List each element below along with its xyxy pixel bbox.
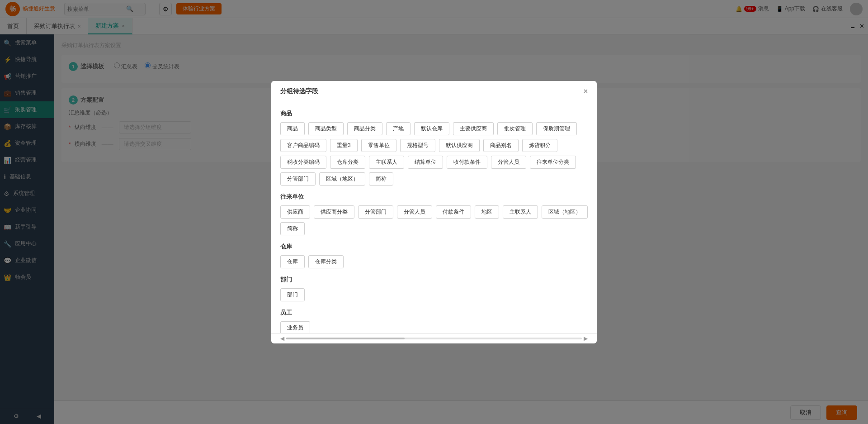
field-tag[interactable]: 商品分类 — [347, 122, 382, 135]
field-tag[interactable]: 主联系人 — [503, 205, 538, 219]
field-tag[interactable]: 供应商 — [280, 205, 310, 219]
contact-fields-grid: 供应商 供应商分类 分管部门 分管人员 付款条件 地区 主联系人 区域（地区） … — [280, 205, 588, 235]
field-tag[interactable]: 批次管理 — [497, 122, 533, 135]
field-tag[interactable]: 分管部门 — [358, 205, 393, 219]
field-tag[interactable]: 收付款条件 — [447, 156, 487, 169]
field-tag[interactable]: 仓库分类 — [330, 156, 365, 169]
hscroll-left[interactable]: ◀ — [280, 335, 284, 342]
field-tag[interactable]: 分管人员 — [397, 205, 432, 219]
field-tag[interactable]: 区域（地区） — [542, 205, 588, 219]
field-tag[interactable]: 结算单位 — [408, 156, 443, 169]
field-tag[interactable]: 商品 — [280, 122, 305, 135]
dept-fields-grid: 部门 — [280, 288, 588, 301]
category-goods: 商品 商品 商品类型 商品分类 产地 默认仓库 主要供应商 批次管理 保质期管理… — [280, 110, 588, 186]
modal-overlay: 分组待选字段 × 商品 商品 商品类型 商品分类 产地 默认仓库 主要供应商 批… — [0, 0, 868, 424]
field-tag[interactable]: 商品类型 — [308, 122, 344, 135]
hscroll-thumb — [286, 338, 405, 339]
modal-header: 分组待选字段 × — [271, 81, 597, 102]
field-tag[interactable]: 客户商品编码 — [280, 139, 326, 152]
field-tag[interactable]: 规格型号 — [400, 139, 435, 152]
field-tag[interactable]: 付款条件 — [436, 205, 471, 219]
category-contact-title: 往来单位 — [280, 193, 588, 201]
category-dept: 部门 部门 — [280, 276, 588, 301]
modal-body: 商品 商品 商品类型 商品分类 产地 默认仓库 主要供应商 批次管理 保质期管理… — [271, 102, 597, 333]
category-goods-title: 商品 — [280, 110, 588, 118]
field-tag[interactable]: 区域（地区） — [319, 172, 365, 186]
field-tag[interactable]: 主联系人 — [369, 156, 404, 169]
field-tag[interactable]: 往来单位分类 — [530, 156, 576, 169]
warehouse-fields-grid: 仓库 仓库分类 — [280, 255, 588, 268]
field-tag[interactable]: 分管人员 — [491, 156, 526, 169]
field-tag[interactable]: 业务员 — [280, 321, 310, 333]
field-tag[interactable]: 仓库 — [280, 255, 305, 268]
field-tag[interactable]: 部门 — [280, 288, 305, 301]
field-tag[interactable]: 产地 — [386, 122, 410, 135]
modal-close-button[interactable]: × — [584, 87, 588, 95]
field-tag[interactable]: 仓库分类 — [308, 255, 344, 268]
modal-hscroll: ◀ ▶ — [271, 333, 597, 343]
category-employee: 员工 业务员 — [280, 309, 588, 333]
field-tag[interactable]: 默认仓库 — [414, 122, 449, 135]
hscroll-track — [286, 338, 582, 339]
category-dept-title: 部门 — [280, 276, 588, 284]
category-warehouse: 仓库 仓库 仓库分类 — [280, 243, 588, 268]
modal-title: 分组待选字段 — [280, 87, 318, 95]
field-tag[interactable]: 供应商分类 — [314, 205, 354, 219]
field-tag[interactable]: 重量3 — [330, 139, 358, 152]
modal-field-select: 分组待选字段 × 商品 商品 商品类型 商品分类 产地 默认仓库 主要供应商 批… — [271, 81, 597, 343]
field-tag[interactable]: 保质期管理 — [536, 122, 577, 135]
goods-fields-grid: 商品 商品类型 商品分类 产地 默认仓库 主要供应商 批次管理 保质期管理 客户… — [280, 122, 588, 186]
category-contact: 往来单位 供应商 供应商分类 分管部门 分管人员 付款条件 地区 主联系人 区域… — [280, 193, 588, 235]
category-warehouse-title: 仓库 — [280, 243, 588, 251]
field-tag[interactable]: 默认供应商 — [439, 139, 480, 152]
field-tag[interactable]: 分管部门 — [280, 172, 316, 186]
employee-fields-grid: 业务员 — [280, 321, 588, 333]
field-tag[interactable]: 简称 — [369, 172, 393, 186]
field-tag[interactable]: 地区 — [475, 205, 499, 219]
field-tag[interactable]: 炼货积分 — [522, 139, 557, 152]
field-tag[interactable]: 主要供应商 — [453, 122, 494, 135]
field-tag[interactable]: 零售单位 — [361, 139, 396, 152]
category-employee-title: 员工 — [280, 309, 588, 317]
field-tag[interactable]: 商品别名 — [483, 139, 519, 152]
field-tag[interactable]: 税收分类编码 — [280, 156, 326, 169]
field-tag[interactable]: 简称 — [280, 222, 305, 235]
hscroll-right[interactable]: ▶ — [584, 335, 588, 342]
